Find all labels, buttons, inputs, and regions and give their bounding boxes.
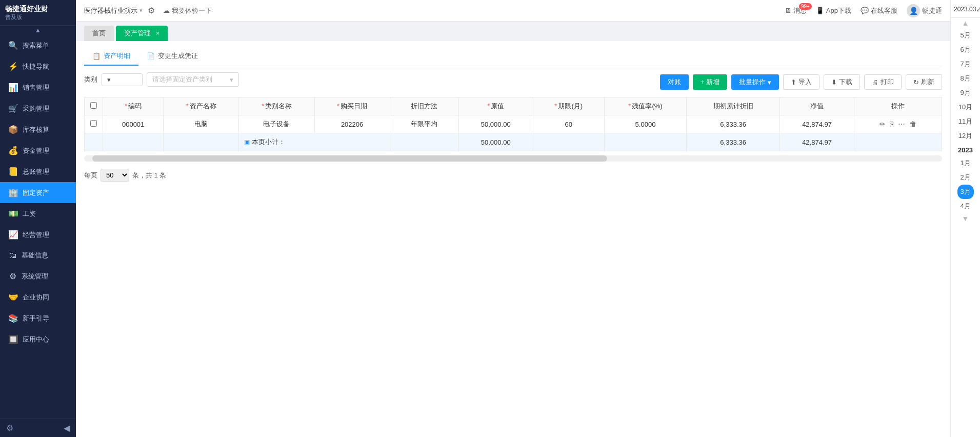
sidebar-item-payroll[interactable]: 💵工资 bbox=[0, 203, 76, 224]
new-button[interactable]: + 新增 bbox=[693, 74, 727, 90]
cell-residual-rate: 5.0000 bbox=[604, 115, 686, 133]
nav-label-enterprise: 企业协同 bbox=[23, 293, 49, 302]
nav-icon-fixed-assets: 🏢 bbox=[8, 188, 18, 197]
sidebar-item-system[interactable]: ⚙系统管理 bbox=[0, 266, 76, 287]
subtotal-initial-depreciation: 6,333.36 bbox=[687, 133, 780, 151]
sidebar-scroll-up[interactable]: ▲ bbox=[0, 26, 76, 35]
nav-icon-search: 🔍 bbox=[8, 41, 18, 50]
nav-icon-inventory: 📦 bbox=[8, 125, 18, 134]
sidebar-item-ledger[interactable]: 📒总账管理 bbox=[0, 161, 76, 182]
delete-icon[interactable]: 🗑 bbox=[909, 120, 916, 128]
pagination-bar: 每页 50 10 20 100 条，共 1 条 bbox=[84, 164, 942, 184]
month-item-10月[interactable]: 10月 bbox=[951, 100, 980, 114]
sidebar-item-sales[interactable]: 📊销售管理 bbox=[0, 77, 76, 98]
month-item-12月[interactable]: 12月 bbox=[951, 129, 980, 143]
col-residual-rate: *残值率(%) bbox=[604, 97, 686, 115]
service-icon: 💬 bbox=[861, 7, 869, 14]
sidebar-item-operations[interactable]: 📈经营管理 bbox=[0, 224, 76, 245]
sidebar-logo: 畅捷通好业财 普及版 bbox=[0, 0, 76, 26]
cell-period-months: 60 bbox=[533, 115, 604, 133]
app-download-button[interactable]: 📱 App下载 bbox=[816, 6, 851, 15]
nav-label-fixed-assets: 固定资产 bbox=[23, 188, 49, 197]
nav-icon-funds: 💰 bbox=[8, 146, 18, 155]
sidebar-item-purchase[interactable]: 🛒采购管理 bbox=[0, 98, 76, 119]
download-button[interactable]: ⬇ 下载 bbox=[824, 74, 860, 90]
month-item-2月[interactable]: 2月 bbox=[951, 170, 980, 185]
sub-tab-asset-detail[interactable]: 📋 资产明细 bbox=[84, 47, 138, 66]
nav-label-search: 搜索菜单 bbox=[23, 41, 49, 50]
month-item-7月[interactable]: 7月 bbox=[951, 57, 980, 71]
sidebar-item-inventory[interactable]: 📦库存核算 bbox=[0, 119, 76, 140]
right-panel-icons: ⤢ ✕ bbox=[976, 5, 980, 13]
print-button[interactable]: 🖨 打印 bbox=[864, 74, 902, 90]
sub-tab-change-voucher[interactable]: 📄 变更生成凭证 bbox=[138, 47, 206, 66]
nav-icon-tutorial: 📚 bbox=[8, 313, 18, 323]
nav-label-operations: 经营管理 bbox=[23, 230, 49, 240]
reconcile-button[interactable]: 对账 bbox=[660, 74, 689, 90]
edit-icon[interactable]: ✏ bbox=[879, 120, 886, 128]
per-page-select[interactable]: 50 10 20 100 bbox=[101, 169, 129, 182]
user-menu[interactable]: 👤 畅捷通 bbox=[907, 4, 942, 17]
table-header-checkbox bbox=[85, 97, 103, 115]
month-item-8月[interactable]: 8月 bbox=[951, 71, 980, 86]
cell-net-value: 42,874.97 bbox=[780, 115, 854, 133]
month-item-5月[interactable]: 5月 bbox=[951, 28, 980, 43]
tab-home[interactable]: 首页 bbox=[84, 26, 114, 41]
more-icon[interactable]: ⋯ bbox=[898, 120, 905, 128]
right-panel-scroll-down-icon[interactable]: ▼ bbox=[962, 214, 969, 223]
sidebar-item-funds[interactable]: 💰资金管理 bbox=[0, 140, 76, 161]
nav-label-basic-info: 基础信息 bbox=[22, 251, 48, 260]
col-code: *编码 bbox=[103, 97, 164, 115]
month-item-4月[interactable]: 4月 bbox=[951, 199, 980, 213]
nav-label-system: 系统管理 bbox=[22, 272, 48, 281]
right-panel-header: 2023.03 ⤢ ✕ bbox=[951, 5, 980, 18]
asset-table: *编码 *资产名称 *类别名称 *购买日期 折旧方法 *原值 *期限(月) *残… bbox=[84, 97, 942, 151]
sidebar-settings-icon[interactable]: ⚙ bbox=[6, 423, 13, 433]
month-item-11月[interactable]: 11月 bbox=[951, 114, 980, 129]
refresh-button[interactable]: ↻ 刷新 bbox=[906, 74, 942, 90]
topbar-settings-icon[interactable]: ⚙ bbox=[148, 6, 155, 15]
sidebar-item-quick-nav[interactable]: ⚡快捷导航 bbox=[0, 56, 76, 77]
sidebar-item-tutorial[interactable]: 📚新手引导 bbox=[0, 308, 76, 329]
right-panel-scroll-up-icon[interactable]: ▲ bbox=[962, 19, 969, 27]
sidebar-item-basic-info[interactable]: 🗂基础信息 bbox=[0, 245, 76, 266]
cell-name: 电脑 bbox=[164, 115, 239, 133]
month-list: 5月6月7月8月9月10月11月12月20231月2月3月4月 bbox=[951, 28, 980, 213]
app-edition: 普及版 bbox=[5, 13, 22, 21]
download-icon: 📱 bbox=[816, 7, 824, 14]
import-button[interactable]: ⬆ 导入 bbox=[783, 74, 819, 90]
tab-asset-management[interactable]: 资产管理 × bbox=[116, 26, 168, 41]
nav-label-quick-nav: 快捷导航 bbox=[23, 62, 49, 71]
cell-depreciation-method: 年限平均 bbox=[390, 115, 458, 133]
nav-label-app-center: 应用中心 bbox=[23, 335, 49, 344]
sidebar-item-app-center[interactable]: 🔲应用中心 bbox=[0, 329, 76, 350]
month-item-6月[interactable]: 6月 bbox=[951, 43, 980, 57]
sidebar-item-fixed-assets[interactable]: 🏢固定资产 bbox=[0, 182, 76, 203]
sidebar-item-search[interactable]: 🔍搜索菜单 bbox=[0, 35, 76, 56]
month-item-1月[interactable]: 1月 bbox=[951, 156, 980, 170]
tab-close-icon[interactable]: × bbox=[156, 29, 160, 37]
category-input[interactable]: 请选择固定资产类别 ▾ bbox=[147, 72, 239, 87]
experience-button[interactable]: ☁ 我要体验一下 bbox=[163, 6, 212, 15]
message-badge: 99+ bbox=[799, 3, 812, 10]
message-button[interactable]: 🖥 消息 99+ bbox=[785, 6, 807, 15]
month-item-3月[interactable]: 3月 bbox=[957, 185, 974, 199]
sidebar-collapse-icon[interactable]: ◀ bbox=[64, 423, 70, 433]
row-checkbox[interactable] bbox=[90, 120, 97, 127]
col-depreciation-method: 折旧方法 bbox=[390, 97, 458, 115]
category-filter[interactable]: ▾ bbox=[102, 73, 143, 86]
company-selector[interactable]: 医疗器械行业演示 ▾ bbox=[84, 6, 143, 15]
nav-label-ledger: 总账管理 bbox=[23, 167, 49, 176]
col-name: *资产名称 bbox=[164, 97, 239, 115]
col-category: *类别名称 bbox=[239, 97, 314, 115]
nav-label-sales: 销售管理 bbox=[23, 83, 49, 92]
right-panel-expand-icon[interactable]: ⤢ bbox=[976, 5, 980, 13]
month-item-9月[interactable]: 9月 bbox=[951, 86, 980, 100]
subtotal-row: ▣ 本页小计： 50,000.00 6,333.36 42,874.97 bbox=[85, 133, 942, 151]
sidebar-item-enterprise[interactable]: 🤝企业协同 bbox=[0, 287, 76, 308]
filter-label: 类别 bbox=[84, 75, 97, 84]
batch-ops-button[interactable]: 批量操作 ▾ bbox=[731, 74, 779, 90]
online-service-button[interactable]: 💬 在线客服 bbox=[861, 6, 897, 15]
select-all-checkbox[interactable] bbox=[90, 102, 97, 109]
copy-icon[interactable]: ⎘ bbox=[890, 120, 894, 128]
